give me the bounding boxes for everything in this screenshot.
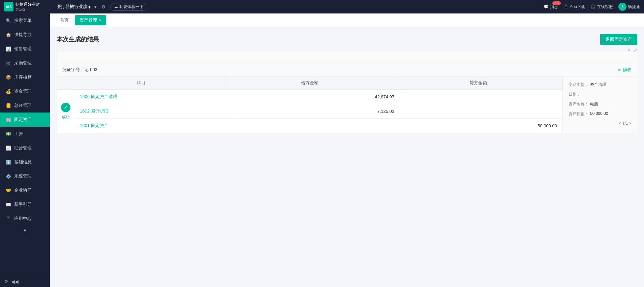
sidebar-scroll-down[interactable]: ▼ xyxy=(0,226,50,235)
row2-credit xyxy=(400,107,562,115)
online-service-action[interactable]: 🎧 在线客服 xyxy=(590,4,613,10)
sidebar-item-system[interactable]: ⚙️ 系统管理 xyxy=(0,169,50,183)
home-icon: 🏠 xyxy=(5,32,11,38)
basic-info-icon: ℹ️ xyxy=(5,159,11,165)
user-action[interactable]: 人 畅捷通 xyxy=(618,3,640,11)
sidebar-item-inventory[interactable]: 📦 库存核算 xyxy=(0,70,50,84)
edit-icon: ✏ xyxy=(618,67,621,72)
cloud-icon: ☁ xyxy=(114,4,118,9)
sidebar-item-search-menu[interactable]: 🔍 搜索菜单 xyxy=(0,13,50,28)
sidebar-item-purchase[interactable]: 🛒 采购管理 xyxy=(0,56,50,70)
enterprise-icon: 🤝 xyxy=(5,187,11,193)
logo-icon: AtA xyxy=(4,2,13,11)
top-header: AtA 畅捷通好业财 普及版 医疗器械行业演示 ▾ ⚙ ☁ 我要体验一下 💬 消… xyxy=(0,0,644,13)
sidebar-label: 固定资产 xyxy=(14,117,32,123)
sidebar-item-enterprise[interactable]: 🤝 企业协同 xyxy=(0,183,50,197)
sidebar-label: 基础信息 xyxy=(14,159,32,165)
sidebar-label: 系统管理 xyxy=(14,173,32,179)
sidebar-item-basic-info[interactable]: ℹ️ 基础信息 xyxy=(0,155,50,169)
change-type-label: 变动类型： xyxy=(569,82,589,88)
success-circle-icon: ✓ xyxy=(61,103,70,112)
row1-credit xyxy=(400,93,562,101)
sidebar-label: 采购管理 xyxy=(14,60,32,66)
experience-label: 我要体验一下 xyxy=(119,4,144,10)
main-layout: 🔍 搜索菜单 🏠 快捷导航 📊 销售管理 🛒 采购管理 📦 库存核算 💰 资金管… xyxy=(0,13,644,287)
sidebar-label: 新手引导 xyxy=(14,201,32,208)
collapse-icon[interactable]: ◀◀ xyxy=(11,279,19,284)
table-row: 1602 累计折旧 7,125.03 xyxy=(74,104,562,119)
success-label: 成功 xyxy=(62,114,70,120)
sidebar-item-sales[interactable]: 📊 销售管理 xyxy=(0,42,50,56)
header-right: 💬 消息 99+ 📱 App下载 🎧 在线客服 人 畅捷通 xyxy=(544,3,640,11)
sidebar-label: 经营管理 xyxy=(14,145,32,151)
sidebar-label: 搜索菜单 xyxy=(14,18,32,24)
panel-expand-button[interactable]: ⤢ xyxy=(633,47,637,54)
success-indicator: ✓ 成功 xyxy=(57,90,74,133)
info-asset-name: 资产名称： 电脑 xyxy=(569,101,632,107)
date-label: 日期： xyxy=(569,92,581,97)
user-label: 畅捷通 xyxy=(628,4,640,10)
funds-icon: 💰 xyxy=(5,88,11,94)
content-area: 首页 资产管理 × 本次生成的结果 返回固定资产 凭证字号：记-003 ✏ 修改 xyxy=(50,13,644,287)
search-icon: 🔍 xyxy=(5,18,11,24)
header-center: 医疗器械行业演示 ▾ ⚙ ☁ 我要体验一下 xyxy=(54,3,544,11)
voucher-number: 凭证字号：记-003 xyxy=(62,67,97,73)
voucher-table: 科目 借方金额 贷方金额 ✓ 成功 xyxy=(57,76,563,133)
experience-button[interactable]: ☁ 我要体验一下 xyxy=(110,3,147,11)
sidebar-item-app-center[interactable]: 📱 应用中心 xyxy=(0,212,50,226)
th-credit: 贷方金额 xyxy=(394,76,562,89)
voucher-body: 科目 借方金额 贷方金额 ✓ 成功 xyxy=(57,76,637,133)
operations-icon: 📈 xyxy=(5,145,11,151)
fixed-assets-icon: 🏢 xyxy=(5,117,11,123)
row1-subject: 1606 固定资产清理 xyxy=(74,90,237,104)
tab-home[interactable]: 首页 xyxy=(55,15,73,25)
page-title-row: 本次生成的结果 返回固定资产 xyxy=(57,34,637,45)
sidebar-item-operations[interactable]: 📈 经营管理 xyxy=(0,141,50,155)
app-download-action[interactable]: 📱 App下载 xyxy=(563,4,585,10)
message-action[interactable]: 💬 消息 99+ xyxy=(544,4,558,10)
sales-icon: 📊 xyxy=(5,46,11,52)
table-row: 1601 固定资产 50,000.00 xyxy=(74,119,562,133)
sidebar-item-guide[interactable]: 📖 新手引导 xyxy=(0,197,50,212)
page-content: 本次生成的结果 返回固定资产 凭证字号：记-003 ✏ 修改 xyxy=(50,27,644,287)
sidebar-item-quick-nav[interactable]: 🏠 快捷导航 xyxy=(0,28,50,42)
sidebar-item-fixed-assets[interactable]: 🏢 固定资产 xyxy=(0,113,50,127)
app-download-icon: 📱 xyxy=(563,4,569,9)
row2-subject: 1602 累计折旧 xyxy=(74,104,237,118)
table-header-row: 科目 借方金额 贷方金额 xyxy=(57,76,562,90)
company-name: 医疗器械行业演示 xyxy=(57,4,92,10)
tab-asset-mgmt[interactable]: 资产管理 × xyxy=(75,15,106,25)
original-value-value: 50,000.00 xyxy=(590,111,608,117)
table-rows: 1606 固定资产清理 42,874.97 1602 累计折旧 7,125.03 xyxy=(74,90,562,133)
return-button[interactable]: 返回固定资产 xyxy=(600,34,637,45)
logo-text-wrap: 畅捷通好业财 普及版 xyxy=(16,2,40,12)
info-original-value: 资产原值： 50,000.00 xyxy=(569,111,632,117)
info-date: 日期： xyxy=(569,92,632,97)
sidebar-label: 总账管理 xyxy=(14,102,32,108)
edit-button[interactable]: ✏ 修改 xyxy=(618,67,632,73)
guide-icon: 📖 xyxy=(5,201,11,208)
panel-controls: × ⤢ xyxy=(628,47,637,54)
sidebar: 🔍 搜索菜单 🏠 快捷导航 📊 销售管理 🛒 采购管理 📦 库存核算 💰 资金管… xyxy=(0,13,50,287)
sidebar-item-ledger[interactable]: 📒 总账管理 xyxy=(0,98,50,113)
panel-close-button[interactable]: × xyxy=(628,47,631,54)
asset-name-label: 资产名称： xyxy=(569,101,589,107)
change-type-value: 资产清理 xyxy=(590,82,606,88)
system-icon: ⚙️ xyxy=(5,173,11,179)
th-debit: 借方金额 xyxy=(225,76,394,89)
info-change-type: 变动类型： 资产清理 xyxy=(569,82,632,88)
app-title: 畅捷通好业财 xyxy=(16,2,40,7)
gear-bottom-icon[interactable]: ⚙ xyxy=(4,279,8,284)
sidebar-item-payroll[interactable]: 💵 工资 xyxy=(0,127,50,141)
th-subject: 科目 xyxy=(57,76,225,89)
company-dropdown-icon[interactable]: ▾ xyxy=(94,4,97,9)
pagination[interactable]: < 1/1 > xyxy=(569,121,632,126)
row2-debit: 7,125.03 xyxy=(237,105,400,118)
original-value-label: 资产原值： xyxy=(569,111,589,117)
sidebar-item-funds[interactable]: 💰 资金管理 xyxy=(0,84,50,98)
settings-icon[interactable]: ⚙ xyxy=(99,3,108,11)
row3-subject: 1601 固定资产 xyxy=(74,119,237,133)
result-panel: 凭证字号：记-003 ✏ 修改 科目 借方金额 贷方金额 xyxy=(57,52,637,133)
tab-close-icon[interactable]: × xyxy=(99,18,101,23)
sidebar-label: 企业协同 xyxy=(14,187,32,193)
